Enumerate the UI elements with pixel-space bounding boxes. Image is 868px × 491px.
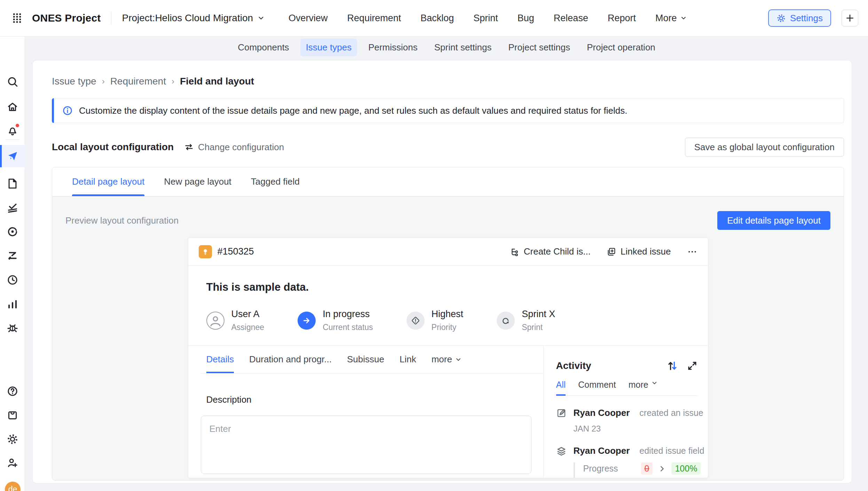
notifications-bell-icon[interactable] bbox=[7, 124, 18, 136]
old-value-badge: 0 bbox=[641, 462, 653, 475]
nav-release[interactable]: Release bbox=[554, 13, 588, 24]
left-sidebar: de bbox=[0, 37, 25, 491]
activity-tab-comment[interactable]: Comment bbox=[578, 380, 616, 395]
sort-order-icon[interactable] bbox=[667, 360, 678, 371]
more-actions-ellipsis-icon[interactable] bbox=[687, 247, 697, 257]
tab-duration-progress[interactable]: Duration and progr... bbox=[249, 346, 332, 373]
tab-subissue[interactable]: Subissue bbox=[347, 346, 384, 373]
edit-details-layout-button[interactable]: Edit details page layout bbox=[717, 211, 830, 230]
detail-tabs-more[interactable]: more bbox=[432, 346, 462, 373]
linked-issue-button[interactable]: Linked issue bbox=[607, 246, 671, 257]
activity-user[interactable]: Ryan Cooper bbox=[574, 408, 630, 418]
activity-title: Activity bbox=[556, 360, 591, 371]
subnav-project-settings[interactable]: Project settings bbox=[503, 39, 576, 56]
subnav-components[interactable]: Components bbox=[232, 39, 294, 56]
activity-more-label: more bbox=[629, 380, 648, 390]
settings-gear-icon[interactable] bbox=[7, 433, 18, 445]
field-value: User A bbox=[231, 309, 265, 320]
settings-label: Settings bbox=[790, 13, 823, 24]
nav-backlog[interactable]: Backlog bbox=[420, 13, 454, 24]
sidebar-item-project-active[interactable] bbox=[0, 145, 25, 167]
testing-bug-icon[interactable] bbox=[7, 322, 18, 334]
project-selector-label: Project:Helios Cloud Migration bbox=[122, 13, 253, 24]
issue-id: #150325 bbox=[218, 246, 254, 257]
field-assignee[interactable]: User A Assignee bbox=[206, 309, 265, 332]
subnav-permissions[interactable]: Permissions bbox=[363, 39, 423, 56]
status-arrow-icon bbox=[298, 312, 316, 330]
reports-chart-icon[interactable] bbox=[7, 298, 18, 310]
tab-details[interactable]: Details bbox=[206, 346, 234, 373]
main-nav: Overview Requirement Backlog Sprint Bug … bbox=[289, 13, 687, 24]
user-avatar[interactable]: de bbox=[5, 482, 21, 491]
avatar-initials: de bbox=[8, 485, 17, 491]
breadcrumb-separator: › bbox=[172, 77, 174, 86]
help-icon[interactable] bbox=[7, 385, 18, 397]
nav-more[interactable]: More bbox=[655, 13, 687, 24]
preview-label: Preview layout configuration bbox=[65, 215, 179, 226]
config-title: Local layout configuration bbox=[52, 142, 174, 153]
save-global-layout-button[interactable]: Save as global layout configuration bbox=[685, 138, 844, 156]
subnav-issue-types[interactable]: Issue types bbox=[300, 39, 357, 56]
chevron-right-icon bbox=[658, 465, 666, 473]
chevron-down-icon bbox=[651, 380, 658, 386]
resources-bag-icon[interactable] bbox=[7, 409, 18, 421]
change-configuration-button[interactable]: Change configuration bbox=[184, 142, 284, 153]
search-icon[interactable] bbox=[7, 76, 18, 88]
create-child-issue-button[interactable]: Create Child is... bbox=[510, 246, 591, 257]
tab-detail-page-layout[interactable]: Detail page layout bbox=[72, 167, 144, 196]
field-layout-panel: Issue type › Requirement › Field and lay… bbox=[32, 60, 852, 483]
invite-member-icon[interactable] bbox=[7, 457, 18, 469]
chevron-down-icon bbox=[680, 15, 687, 22]
detail-tabs-more-label: more bbox=[432, 354, 452, 365]
activity-entry: Ryan Cooper created an issue JAN 23 bbox=[556, 408, 697, 434]
subnav-sprint-settings[interactable]: Sprint settings bbox=[429, 39, 497, 56]
issue-field-chips: User A Assignee In progress Current stat… bbox=[206, 309, 708, 332]
subnav-project-operation[interactable]: Project operation bbox=[581, 39, 661, 56]
project-plane-icon bbox=[6, 150, 19, 162]
field-current-status[interactable]: In progress Current status bbox=[298, 309, 373, 332]
layout-tabs: Detail page layout New page layout Tagge… bbox=[52, 167, 844, 196]
header-divider bbox=[111, 11, 111, 25]
field-change-detail: Progress 0 100% JAN 25 bbox=[574, 462, 697, 478]
nav-report[interactable]: Report bbox=[608, 13, 636, 24]
tab-tagged-field[interactable]: Tagged field bbox=[251, 167, 300, 196]
project-selector[interactable]: Project:Helios Cloud Migration bbox=[122, 13, 265, 24]
add-button[interactable] bbox=[842, 10, 858, 26]
breadcrumb-current: Field and layout bbox=[180, 76, 254, 87]
field-priority[interactable]: Highest Priority bbox=[407, 309, 464, 332]
activity-user[interactable]: Ryan Cooper bbox=[574, 445, 630, 456]
expand-icon[interactable] bbox=[687, 361, 697, 371]
activity-action: edited issue field bbox=[639, 446, 704, 456]
issue-sample-section: This is sample data. User A Assignee bbox=[188, 266, 708, 346]
nav-bug[interactable]: Bug bbox=[518, 13, 534, 24]
breadcrumb-separator: › bbox=[102, 77, 105, 86]
goals-target-icon[interactable] bbox=[7, 226, 18, 238]
field-sprint[interactable]: Sprint X Sprint bbox=[497, 309, 555, 332]
field-value: Highest bbox=[432, 309, 464, 320]
activity-date: JAN 23 bbox=[574, 424, 697, 434]
breadcrumb-issue-type[interactable]: Issue type bbox=[52, 76, 96, 87]
settings-button[interactable]: Settings bbox=[768, 9, 831, 27]
field-label: Current status bbox=[323, 323, 373, 332]
info-banner-text: Customize the display content of the iss… bbox=[79, 105, 627, 116]
activity-tab-all[interactable]: All bbox=[556, 380, 566, 395]
documents-icon[interactable] bbox=[7, 178, 18, 190]
field-value: In progress bbox=[323, 309, 373, 320]
nav-sprint[interactable]: Sprint bbox=[473, 13, 498, 24]
activity-tabs-more[interactable]: more bbox=[629, 380, 658, 395]
project-settings-subnav: Components Issue types Permissions Sprin… bbox=[25, 37, 868, 58]
nav-overview[interactable]: Overview bbox=[289, 13, 328, 24]
app-grid-icon[interactable] bbox=[12, 13, 22, 23]
description-input[interactable] bbox=[201, 416, 531, 474]
home-icon[interactable] bbox=[7, 101, 18, 113]
new-value-badge: 100% bbox=[671, 462, 701, 475]
swap-icon bbox=[184, 142, 194, 152]
nav-requirement[interactable]: Requirement bbox=[347, 13, 401, 24]
workflow-icon[interactable] bbox=[7, 250, 18, 261]
tab-new-page-layout[interactable]: New page layout bbox=[164, 167, 231, 196]
requirement-type-icon bbox=[199, 245, 212, 258]
breadcrumb-requirement[interactable]: Requirement bbox=[110, 76, 166, 87]
recent-clock-icon[interactable] bbox=[7, 274, 18, 286]
tasks-check-icon[interactable] bbox=[7, 202, 18, 214]
tab-link[interactable]: Link bbox=[400, 346, 416, 373]
